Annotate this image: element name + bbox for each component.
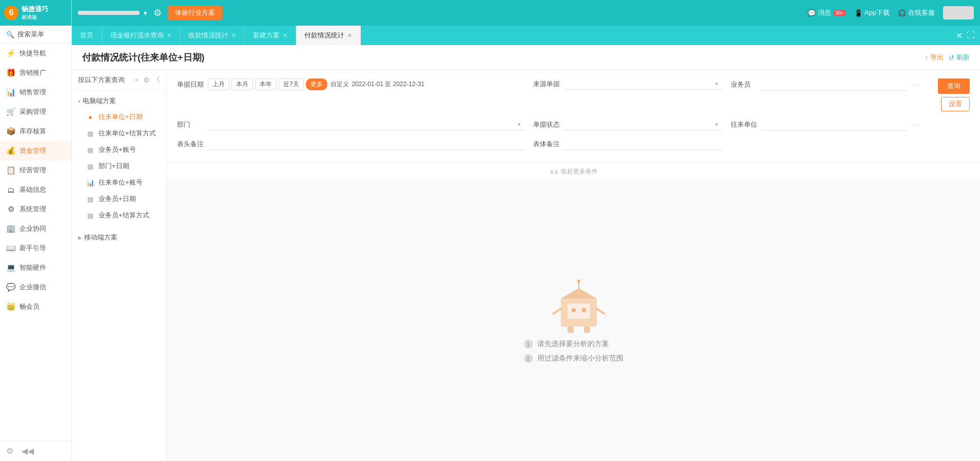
system-icon: ⚙ [6, 205, 15, 214]
mobile-arrow-icon: ▶ [78, 235, 82, 240]
scheme-item-staff-account-icon: ▦ [86, 146, 94, 154]
filter-header-note-field: 表头备注 [177, 138, 525, 150]
content-area: 按以下方案查询 ＋ ⚙ 《 ▾ 电脑端方案 ● 往来单位+日期 [72, 70, 980, 461]
sidebar-item-guide[interactable]: 📖 新手引导 [0, 238, 71, 258]
refresh-icon: ↺ [949, 54, 954, 62]
collapse-button[interactable]: ∧∧ 收起更多条件 [550, 167, 598, 176]
company-selector[interactable] [78, 11, 140, 15]
sidebar-item-basic-info[interactable]: 🗂 基础信息 [0, 180, 71, 199]
tab-bank-flow-close[interactable]: ✕ [167, 32, 171, 39]
sidebar-item-inventory[interactable]: 📦 库存核算 [0, 122, 71, 141]
btn-last-7days[interactable]: 近7天 [279, 78, 304, 90]
user-avatar[interactable] [943, 6, 974, 19]
scheme-item-staff-date[interactable]: ▦ 业务员+日期 [72, 191, 166, 207]
dept-select[interactable]: ▾ [207, 119, 525, 130]
staff-dots[interactable]: ··· [911, 81, 920, 89]
scheme-item-partner-settle[interactable]: ▦ 往来单位+结算方式 [72, 125, 166, 142]
scheme-item-staff-account[interactable]: ▦ 业务员+账号 [72, 142, 166, 158]
message-action[interactable]: 💬 消息 99+ [808, 8, 846, 17]
main: ▾ ⚙ 体验行业方案 💬 消息 99+ 📱 App下载 🎧 在线客服 [72, 0, 980, 461]
export-icon: ↑ [925, 54, 929, 62]
filter-panel: 单据日期 上月 本月 本年 近7天 更多 自定义 [167, 70, 980, 180]
svg-line-8 [597, 309, 604, 314]
source-select-arrow: ▾ [715, 81, 718, 87]
date-range-area: 上月 本月 本年 近7天 更多 自定义 2022-01-01 至 2022-12… [208, 78, 525, 90]
member-icon: 👑 [6, 302, 15, 311]
scheme-panel: 按以下方案查询 ＋ ⚙ 《 ▾ 电脑端方案 ● 往来单位+日期 [72, 70, 167, 461]
status-select-arrow: ▾ [715, 121, 718, 128]
tab-home[interactable]: 首页 [72, 26, 102, 45]
app-download-action[interactable]: 📱 App下载 [854, 8, 890, 17]
collapse-sidebar-icon[interactable]: ◀◀ [22, 446, 34, 456]
scheme-section-desktop-header[interactable]: ▾ 电脑端方案 [72, 93, 166, 109]
sidebar-item-enterprise[interactable]: 🏢 企业协同 [0, 219, 71, 238]
refresh-button[interactable]: ↺ 刷新 [949, 53, 970, 62]
btn-this-month[interactable]: 本月 [231, 78, 253, 90]
tab-fullscreen-icon[interactable]: ⛶ [967, 31, 975, 40]
experience-btn[interactable]: 体验行业方案 [168, 6, 222, 20]
sidebar-item-purchase[interactable]: 🛒 采购管理 [0, 102, 71, 122]
tab-receipt-stats-close[interactable]: ✕ [231, 32, 236, 39]
tab-close-all-icon[interactable]: ✕ [956, 31, 963, 41]
sidebar-item-sales[interactable]: 📊 销售管理 [0, 83, 71, 102]
header-note-input[interactable] [208, 138, 525, 150]
tab-new-scheme-close[interactable]: ✕ [283, 32, 287, 39]
search-icon: 🔍 [6, 31, 14, 38]
message-icon: 💬 [808, 9, 816, 17]
collapse-scheme-icon[interactable]: 《 [153, 75, 160, 85]
scheme-item-dept-date[interactable]: ▦ 部门+日期 [72, 158, 166, 174]
sidebar-item-member[interactable]: 👑 畅会员 [0, 297, 71, 316]
staff-input[interactable] [760, 78, 907, 91]
settings-scheme-icon[interactable]: ⚙ [143, 76, 150, 84]
online-service-action[interactable]: 🎧 在线客服 [898, 8, 935, 17]
scheme-item-staff-settle[interactable]: ▦ 业务员+结算方式 [72, 207, 166, 224]
sidebar-item-marketing[interactable]: 🎁 营销推广 [0, 63, 71, 83]
tab-payment-stats-close[interactable]: ✕ [347, 32, 352, 39]
scheme-header-icons: ＋ ⚙ 《 [133, 75, 160, 85]
add-scheme-icon[interactable]: ＋ [133, 75, 140, 85]
capital-icon: 💰 [6, 146, 15, 155]
body-note-input[interactable] [564, 138, 723, 150]
filter-row-2: 部门 ▾ 单据状态 ▾ [177, 118, 970, 131]
btn-this-year[interactable]: 本年 [255, 78, 277, 90]
svg-marker-1 [561, 288, 597, 298]
settings-bottom-icon[interactable]: ⚙ [6, 446, 13, 456]
sidebar: 6 畅捷通巧 标准版 🔍 搜索菜单 ⚡ 快捷导航 🎁 营销推广 📊 销售管理 [0, 0, 72, 461]
sidebar-item-operation[interactable]: 📋 经营管理 [0, 161, 71, 180]
btn-last-month[interactable]: 上月 [208, 78, 229, 90]
btn-more[interactable]: 更多 [306, 78, 327, 90]
status-select[interactable]: ▾ [564, 119, 723, 130]
scheme-item-partner-date[interactable]: ● 往来单位+日期 [72, 109, 166, 125]
scheme-item-partner-account[interactable]: 📊 往来单位+账号 [72, 174, 166, 191]
smart-hw-icon: 💻 [6, 263, 15, 272]
tab-payment-stats[interactable]: 付款情况统计 ✕ [296, 26, 361, 45]
message-badge: 99+ [833, 10, 846, 16]
query-button[interactable]: 查询 [938, 78, 970, 94]
tab-bank-flow[interactable]: 现金银行流水查询 ✕ [102, 26, 180, 45]
sidebar-item-system[interactable]: ⚙ 系统管理 [0, 199, 71, 219]
partner-dots[interactable]: ··· [911, 121, 920, 129]
tab-receipt-stats[interactable]: 收款情况统计 ✕ [180, 26, 245, 45]
scheme-header-text: 按以下方案查询 [78, 75, 125, 85]
sidebar-item-capital[interactable]: 💰 资金管理 [0, 141, 71, 161]
source-label: 来源单据 [533, 79, 560, 89]
scheme-section-mobile-header[interactable]: ▶ 移动端方案 [72, 230, 166, 245]
settings-button[interactable]: 设置 [941, 97, 970, 111]
export-button[interactable]: ↑ 导出 [925, 53, 944, 62]
sidebar-item-smart-hw[interactable]: 💻 智能硬件 [0, 258, 71, 277]
mobile-icon: 📱 [854, 9, 863, 17]
sidebar-item-wechat[interactable]: 💬 企业微信 [0, 277, 71, 297]
enterprise-icon: 🏢 [6, 224, 15, 233]
partner-input[interactable] [761, 118, 907, 131]
tip-num-1: 1 [524, 339, 533, 349]
topbar-settings-icon[interactable]: ⚙ [153, 7, 162, 18]
filter-form: 单据日期 上月 本月 本年 近7天 更多 自定义 [167, 70, 980, 163]
scheme-item-partner-account-icon: 📊 [86, 178, 94, 187]
sidebar-item-quick-nav[interactable]: ⚡ 快捷导航 [0, 44, 71, 63]
logo-name: 畅捷通巧 [22, 5, 48, 14]
tab-new-scheme[interactable]: 新建方案 ✕ [245, 26, 296, 45]
sidebar-menu: ⚡ 快捷导航 🎁 营销推广 📊 销售管理 🛒 采购管理 📦 库存核算 💰 [0, 44, 71, 440]
company-dropdown-icon[interactable]: ▾ [144, 9, 147, 17]
source-select[interactable]: ▾ [564, 78, 723, 90]
sidebar-search[interactable]: 🔍 搜索菜单 [0, 26, 71, 44]
